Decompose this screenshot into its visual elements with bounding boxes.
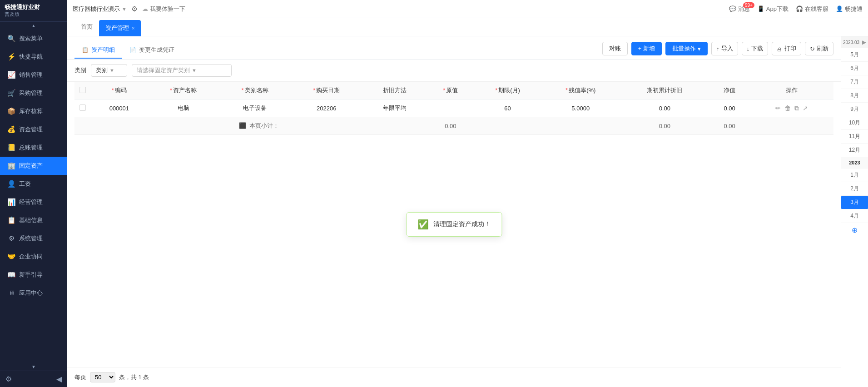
sidebar-item-搜索菜单[interactable]: 🔍搜索菜单	[0, 30, 67, 48]
right-sidebar-toggle-icon[interactable]: ▶	[862, 39, 866, 45]
refresh-label: 刷新	[817, 45, 828, 53]
sidebar-item-新手引导[interactable]: 📖新手引导	[0, 266, 67, 284]
calendar-header-label: 2023.03	[843, 40, 859, 45]
copy-icon[interactable]: ⧉	[794, 104, 799, 112]
new-button[interactable]: + 新增	[631, 42, 662, 55]
asset-detail-label: 资产明细	[91, 46, 115, 54]
per-page-select[interactable]: 50 100 200	[90, 372, 115, 382]
sidebar-item-采购管理[interactable]: 🛒采购管理	[0, 84, 67, 102]
sidebar-icon: 🏢	[7, 162, 15, 170]
sidebar-item-企业协同[interactable]: 🤝企业协同	[0, 248, 67, 266]
row-checkbox[interactable]	[79, 104, 86, 111]
calendar-month-10[interactable]: 10月	[841, 116, 868, 130]
sidebar-item-经营管理[interactable]: 📊经营管理	[0, 193, 67, 211]
topbar-gear-icon[interactable]: ⚙	[131, 5, 138, 13]
batch-button[interactable]: 批量操作 ▾	[665, 42, 708, 55]
user-icon: 👤	[836, 5, 843, 12]
messages-btn[interactable]: 💬 消息 99+	[729, 5, 750, 13]
print-label: 打印	[784, 45, 796, 53]
sidebar-item-库存核算[interactable]: 📦库存核算	[0, 102, 67, 120]
sidebar-item-label: 库存核算	[19, 107, 43, 115]
sidebar-item-固定资产[interactable]: 🏢固定资产	[0, 157, 67, 175]
download-label: 下载	[751, 45, 763, 53]
select-all-checkbox[interactable]	[79, 87, 86, 93]
asset-detail-icon: 📋	[82, 47, 89, 53]
edit-icon[interactable]: ✏	[775, 104, 781, 112]
subtotal-net: 0.00	[709, 117, 749, 135]
settings-icon[interactable]: ⚙	[5, 375, 12, 383]
batch-label: 批量操作	[672, 45, 696, 53]
app-label: App下载	[766, 5, 789, 13]
sidebar-icon: ⚡	[7, 53, 15, 61]
experience-btn[interactable]: ☁ 我要体验一下	[142, 5, 185, 13]
category-select-arrow: ▼	[109, 68, 114, 73]
delete-icon[interactable]: 🗑	[784, 104, 791, 112]
sidebar-icon: 🔍	[7, 35, 15, 43]
duizhang-button[interactable]: 对账	[602, 42, 628, 55]
calendar-month-5[interactable]: 5月	[841, 48, 868, 62]
collapse-icon[interactable]: ◀	[56, 375, 62, 383]
calendar-month-2[interactable]: 2月	[841, 182, 868, 196]
sidebar-item-销售管理[interactable]: 📈销售管理	[0, 66, 67, 84]
col-residual-rate: *残值率(%)	[541, 82, 620, 99]
sidebar-item-快捷导航[interactable]: ⚡快捷导航	[0, 48, 67, 66]
refresh-button[interactable]: ↻ 刷新	[805, 42, 833, 55]
select-all-cell[interactable]	[74, 82, 91, 99]
row-period: 60	[474, 99, 541, 117]
calendar-month-11[interactable]: 11月	[841, 130, 868, 144]
company-selector[interactable]: 医疗器械行业演示 ▼	[73, 5, 127, 13]
subtotal-actions-empty	[749, 117, 833, 135]
category-input[interactable]: 请选择固定资产类别 ▼	[132, 64, 232, 77]
calendar-month-6[interactable]: 6月	[841, 62, 868, 75]
sidebar-item-总账管理[interactable]: 📒总账管理	[0, 139, 67, 157]
content-header: 📋 资产明细 📄 变更生成凭证 对账 + 新增	[67, 36, 841, 60]
sidebar-item-系统管理[interactable]: ⚙系统管理	[0, 229, 67, 248]
import-button[interactable]: ↑ 导入	[711, 42, 738, 55]
tab-home-label: 首页	[81, 23, 93, 31]
calendar-scroll-down-icon[interactable]: ⊕	[849, 223, 860, 237]
table-wrapper: *编码 *资产名称 *类别名称 *购买日期 折旧方法 *原值 *期限(月) *残…	[67, 82, 841, 367]
sidebar-icon: 🤝	[7, 253, 15, 261]
calendar-month-3-current[interactable]: 3月	[841, 196, 868, 209]
sidebar-scroll-up[interactable]: ▲	[0, 22, 67, 30]
category-select[interactable]: 类别 ▼	[91, 64, 127, 77]
tab-close-icon[interactable]: ×	[132, 25, 134, 31]
calendar-year-2023: 2023	[841, 157, 868, 169]
sidebar-item-label: 经营管理	[19, 198, 43, 206]
content-tab-asset-detail[interactable]: 📋 资产明细	[74, 42, 122, 59]
category-select-text: 类别	[96, 66, 108, 74]
change-voucher-label: 变更生成凭证	[139, 46, 174, 54]
sidebar-item-label: 固定资产	[19, 162, 43, 170]
row-checkbox-cell[interactable]	[74, 99, 91, 117]
sidebar-item-基础信息[interactable]: 📋基础信息	[0, 211, 67, 229]
download-button[interactable]: ↓ 下载	[742, 42, 769, 55]
content-tab-change-voucher[interactable]: 📄 变更生成凭证	[122, 42, 182, 59]
tab-asset-management[interactable]: 资产管理 ×	[99, 20, 141, 36]
calendar-month-9[interactable]: 9月	[841, 103, 868, 116]
user-menu-btn[interactable]: 👤 畅捷通	[836, 5, 863, 13]
more-icon[interactable]: ↗	[803, 104, 808, 112]
sidebar-item-资金管理[interactable]: 💰资金管理	[0, 120, 67, 139]
subtotal-label-cell: ⬛ 本页小计：	[91, 117, 427, 135]
sidebar-item-应用中心[interactable]: 🖥应用中心	[0, 284, 67, 302]
row-initial-dep: 0.00	[620, 99, 709, 117]
sidebar-item-label: 新手引导	[19, 271, 43, 279]
service-icon: 🎧	[796, 5, 803, 12]
experience-label: 我要体验一下	[150, 5, 185, 13]
sidebar-icon: 📒	[7, 144, 15, 152]
calendar-month-12[interactable]: 12月	[841, 144, 868, 157]
print-button[interactable]: 🖨 打印	[772, 42, 801, 55]
calendar-month-1[interactable]: 1月	[841, 169, 868, 182]
calendar-month-8[interactable]: 8月	[841, 89, 868, 103]
sidebar-header: 畅捷通好业财 普及版	[0, 0, 67, 22]
calendar-month-4[interactable]: 4月	[841, 209, 868, 223]
company-arrow-icon: ▼	[122, 6, 127, 12]
calendar-month-7[interactable]: 7月	[841, 75, 868, 89]
online-service-btn[interactable]: 🎧 在线客服	[796, 5, 828, 13]
col-category: *类别名称	[219, 82, 291, 99]
sidebar-item-工资[interactable]: 👤工资	[0, 175, 67, 193]
sidebar-item-label: 企业协同	[19, 253, 43, 261]
tab-home[interactable]: 首页	[74, 18, 99, 36]
sidebar-scroll-down[interactable]: ▼	[0, 363, 67, 371]
app-download-btn[interactable]: 📱 App下载	[757, 5, 789, 13]
